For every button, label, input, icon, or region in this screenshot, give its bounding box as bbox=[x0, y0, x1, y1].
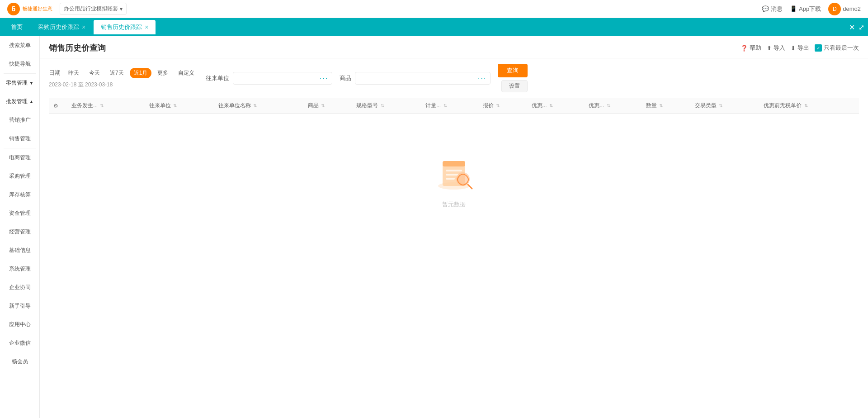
sidebar-item-wholesale-mgmt[interactable]: 批发管理 ▲ bbox=[0, 92, 39, 111]
product-col-header[interactable]: 商品 ⇅ bbox=[303, 98, 352, 114]
sidebar-item-finance-mgmt[interactable]: 资金管理 bbox=[0, 204, 39, 223]
sidebar-item-ecommerce-mgmt[interactable]: 电商管理 bbox=[0, 148, 39, 167]
product-input[interactable]: ··· bbox=[355, 72, 491, 85]
sidebar-item-quick-nav[interactable]: 快捷导航 bbox=[0, 55, 39, 73]
discount2-col-header[interactable]: 优惠... ⇅ bbox=[584, 98, 642, 114]
sort-discount2-icon[interactable]: ⇅ bbox=[607, 103, 610, 108]
trade-type-col-header[interactable]: 交易类型 ⇅ bbox=[690, 98, 760, 114]
sort-pretax-price-icon[interactable]: ⇅ bbox=[804, 103, 808, 108]
date-quick-btns: 昨天 今天 近7天 近1月 更多 自定义 bbox=[64, 68, 198, 78]
filter-bar: 日期 昨天 今天 近7天 近1月 更多 自定义 2023-02-18 至 202… bbox=[40, 58, 868, 98]
quote-price-col-header[interactable]: 报价 ⇅ bbox=[478, 98, 527, 114]
sidebar-item-enterprise-wechat[interactable]: 企业微信 bbox=[0, 334, 39, 352]
quote-price-label: 报价 bbox=[483, 102, 494, 109]
sort-partner-name-icon[interactable]: ⇅ bbox=[253, 103, 257, 108]
export-icon: ⬇ bbox=[791, 45, 796, 52]
finance-mgmt-label: 资金管理 bbox=[9, 210, 31, 216]
filter-action-btns: 查询 设置 bbox=[498, 64, 528, 92]
svg-rect-3 bbox=[446, 170, 462, 171]
only-last-toggle[interactable]: ✓ 只看最后一次 bbox=[815, 44, 859, 52]
message-icon: 💬 bbox=[762, 5, 769, 12]
app-download-icon: 📱 bbox=[790, 5, 797, 12]
search-menu-label: 搜索菜单 bbox=[9, 42, 31, 48]
query-button[interactable]: 查询 bbox=[498, 64, 528, 77]
sort-quote-price-icon[interactable]: ⇅ bbox=[496, 103, 500, 108]
partner-code-label: 往来单位 bbox=[149, 102, 171, 109]
message-label: 消息 bbox=[771, 5, 783, 13]
more-btn[interactable]: 更多 bbox=[153, 68, 172, 78]
tab-purchase-history[interactable]: 采购历史价跟踪 × bbox=[31, 20, 93, 34]
today-btn[interactable]: 今天 bbox=[85, 68, 104, 78]
import-btn[interactable]: ⬆ 导入 bbox=[767, 44, 785, 52]
sidebar-item-marketing[interactable]: 营销推广 bbox=[0, 111, 39, 129]
message-btn[interactable]: 💬 消息 bbox=[762, 5, 783, 13]
sort-product-icon[interactable]: ⇅ bbox=[321, 103, 325, 108]
sidebar-item-purchase-mgmt[interactable]: 采购管理 bbox=[0, 167, 39, 185]
sidebar-item-system-mgmt[interactable]: 系统管理 bbox=[0, 260, 39, 278]
custom-btn[interactable]: 自定义 bbox=[174, 68, 198, 78]
sort-qty-icon[interactable]: ⇅ bbox=[659, 103, 663, 108]
partner-name-label: 往来单位名称 bbox=[218, 102, 251, 109]
enterprise-wechat-label: 企业微信 bbox=[9, 340, 31, 346]
qty-col-header[interactable]: 数量 ⇅ bbox=[642, 98, 690, 114]
only-last-checkbox[interactable]: ✓ bbox=[815, 44, 822, 52]
sidebar-item-new-guide[interactable]: 新手引导 bbox=[0, 297, 39, 315]
page-actions: ❓ 帮助 ⬆ 导入 ⬇ 导出 ✓ 只看最后一次 bbox=[741, 44, 859, 52]
spec-col-header[interactable]: 规格型号 ⇅ bbox=[352, 98, 421, 114]
sort-discount1-icon[interactable]: ⇅ bbox=[549, 103, 553, 108]
help-btn[interactable]: ❓ 帮助 bbox=[741, 44, 761, 52]
sidebar-item-app-center[interactable]: 应用中心 bbox=[0, 315, 39, 334]
inventory-audit-label: 库存核算 bbox=[9, 191, 31, 198]
app-center-label: 应用中心 bbox=[9, 321, 31, 328]
operation-mgmt-label: 经营管理 bbox=[9, 228, 31, 235]
maximize-icon[interactable]: ⤢ bbox=[859, 23, 864, 32]
sidebar-item-sales-mgmt[interactable]: 销售管理 bbox=[0, 129, 39, 148]
data-table: ⚙ 业务发生... ⇅ 往来单位 ⇅ 往来单位名称 ⇅ bbox=[49, 98, 859, 114]
sidebar-item-operation-mgmt[interactable]: 经营管理 bbox=[0, 223, 39, 241]
unit-col-header[interactable]: 计量... ⇅ bbox=[421, 98, 478, 114]
biz-date-label: 业务发生... bbox=[71, 102, 98, 109]
settings-col-header[interactable]: ⚙ bbox=[49, 98, 67, 114]
app-download-btn[interactable]: 📱 App下载 bbox=[790, 5, 821, 13]
tab-bar-actions: ✕ ⤢ bbox=[849, 23, 864, 32]
discount1-col-header[interactable]: 优惠... ⇅ bbox=[527, 98, 585, 114]
last7days-btn[interactable]: 近7天 bbox=[106, 68, 128, 78]
company-selector[interactable]: 办公用品行业模拟账套 ▾ bbox=[60, 3, 127, 15]
close-all-tabs-icon[interactable]: ✕ bbox=[849, 23, 855, 32]
sort-spec-icon[interactable]: ⇅ bbox=[381, 103, 384, 108]
sidebar-item-retail-mgmt[interactable]: 零售管理 ▼ bbox=[0, 74, 39, 92]
sidebar-item-basic-info[interactable]: 基础信息 bbox=[0, 241, 39, 260]
help-icon: ❓ bbox=[741, 45, 748, 52]
empty-illustration bbox=[431, 150, 476, 195]
partner-code-col-header[interactable]: 往来单位 ⇅ bbox=[145, 98, 214, 114]
sidebar: 搜索菜单 快捷导航 零售管理 ▼ 批发管理 ▲ 营销推广 销售管理 电商管理 采… bbox=[0, 36, 40, 418]
export-btn[interactable]: ⬇ 导出 bbox=[791, 44, 809, 52]
sidebar-item-search-menu[interactable]: 搜索菜单 bbox=[0, 36, 39, 55]
tab-sales-history[interactable]: 销售历史价跟踪 × bbox=[94, 20, 156, 34]
sort-trade-type-icon[interactable]: ⇅ bbox=[719, 103, 722, 108]
page-title: 销售历史价查询 bbox=[49, 43, 106, 53]
user-avatar[interactable]: D demo2 bbox=[828, 3, 861, 15]
sidebar-item-enterprise-collab[interactable]: 企业协同 bbox=[0, 278, 39, 297]
help-label: 帮助 bbox=[750, 44, 761, 52]
marketing-label: 营销推广 bbox=[9, 117, 31, 123]
yesterday-btn[interactable]: 昨天 bbox=[64, 68, 83, 78]
sidebar-item-inventory-audit[interactable]: 库存核算 bbox=[0, 185, 39, 204]
partner-name-col-header[interactable]: 往来单位名称 ⇅ bbox=[214, 98, 303, 114]
logo-text: 畅捷通好生意 bbox=[23, 5, 52, 12]
sort-biz-date-icon[interactable]: ⇅ bbox=[100, 103, 104, 108]
biz-date-col-header[interactable]: 业务发生... ⇅ bbox=[67, 98, 145, 114]
sort-partner-code-icon[interactable]: ⇅ bbox=[173, 103, 177, 108]
partner-input[interactable]: ··· bbox=[233, 72, 332, 85]
pretax-price-col-header[interactable]: 优惠前无税单价 ⇅ bbox=[759, 98, 859, 114]
last1month-btn[interactable]: 近1月 bbox=[130, 68, 152, 78]
sidebar-item-member-card[interactable]: 畅会员 bbox=[0, 352, 39, 371]
sort-unit-icon[interactable]: ⇅ bbox=[443, 103, 447, 108]
system-mgmt-label: 系统管理 bbox=[9, 266, 31, 272]
close-tab-sales-icon[interactable]: × bbox=[145, 24, 148, 31]
settings-button[interactable]: 设置 bbox=[501, 80, 528, 92]
empty-state: 暂元数据 bbox=[49, 114, 859, 245]
avatar: D bbox=[828, 3, 841, 15]
close-tab-purchase-icon[interactable]: × bbox=[82, 24, 85, 31]
tab-home[interactable]: 首页 bbox=[4, 20, 30, 34]
